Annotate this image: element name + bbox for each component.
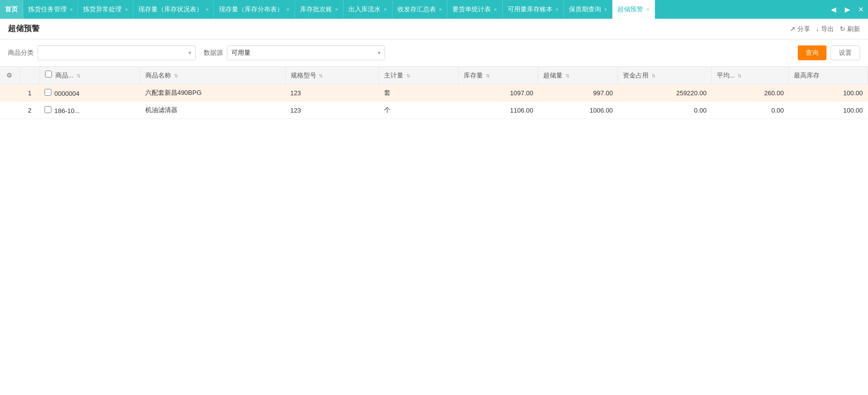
close-icon[interactable]: × — [206, 6, 209, 12]
nav-close-btn[interactable]: ✕ — [854, 0, 868, 19]
th-name[interactable]: 商品名称 ⇅ — [140, 67, 286, 84]
close-icon[interactable]: × — [494, 6, 497, 12]
td-settings-cell — [0, 102, 20, 119]
td-overstock: 1006.00 — [538, 102, 618, 119]
sort-icon: ⇅ — [319, 73, 323, 79]
td-unit: 个 — [379, 102, 459, 119]
close-icon[interactable]: × — [286, 6, 289, 12]
settings-button[interactable]: 设置 — [830, 45, 860, 60]
query-button[interactable]: 查询 — [798, 45, 826, 60]
td-settings-cell — [0, 84, 20, 102]
table-header-row: ⚙ 商品... ⇅ 商品名称 ⇅ 规格型号 ⇅ 主计量 — [0, 67, 868, 84]
td-name: 六配套新昌490BPG — [140, 84, 286, 102]
chevron-down-icon: ▾ — [378, 49, 381, 56]
td-code: 0000004 — [40, 84, 140, 102]
header-actions: ↗ 分享 ↓ 导出 ↻ 刷新 — [790, 25, 861, 34]
close-icon[interactable]: × — [604, 6, 607, 12]
td-max: 100.00 — [789, 102, 868, 119]
th-capital[interactable]: 资金占用 ⇅ — [618, 67, 712, 84]
table-body: 1 0000004 六配套新昌490BPG 123 套 1097.00 997.… — [0, 84, 868, 119]
sort-icon: ⇅ — [77, 73, 81, 79]
td-seq: 1 — [20, 84, 40, 102]
td-overstock: 997.00 — [538, 84, 618, 102]
close-icon[interactable]: × — [70, 6, 73, 12]
td-code: 186-10... — [40, 102, 140, 119]
refresh-icon: ↻ — [840, 25, 845, 33]
close-icon[interactable]: × — [125, 6, 128, 12]
close-icon[interactable]: × — [439, 6, 442, 12]
td-name: 机油滤清器 — [140, 102, 286, 119]
category-select[interactable]: ▾ — [38, 45, 196, 60]
td-spec: 123 — [285, 102, 379, 119]
datasource-select-value: 可用量 — [231, 48, 251, 57]
nav-order-stat[interactable]: 要货单统计表 × — [447, 0, 502, 19]
category-filter: 商品分类 ▾ — [8, 45, 196, 60]
td-capital: 259220.00 — [618, 84, 712, 102]
datasource-select[interactable]: 可用量 ▾ — [227, 45, 385, 60]
share-icon: ↗ — [790, 25, 795, 33]
close-icon[interactable]: × — [646, 6, 649, 12]
td-stock: 1106.00 — [459, 102, 538, 119]
td-unit: 套 — [379, 84, 459, 102]
nav-overstock[interactable]: 超储预警 × — [612, 0, 654, 19]
sort-icon: ⇅ — [565, 73, 569, 79]
nav-summary[interactable]: 收发存汇总表 × — [392, 0, 447, 19]
th-overstock[interactable]: 超储量 ⇅ — [538, 67, 618, 84]
td-capital: 0.00 — [618, 102, 712, 119]
nav-next-btn[interactable]: ▶ — [840, 0, 854, 19]
share-btn[interactable]: ↗ 分享 — [790, 25, 810, 34]
export-icon: ↓ — [816, 25, 820, 33]
refresh-btn[interactable]: ↻ 刷新 — [840, 25, 860, 34]
export-btn[interactable]: ↓ 导出 — [816, 25, 834, 34]
table-container: ⚙ 商品... ⇅ 商品名称 ⇅ 规格型号 ⇅ 主计量 — [0, 66, 868, 119]
sort-icon: ⇅ — [651, 73, 655, 79]
filter-actions: 查询 设置 — [798, 45, 860, 60]
nav-shelf-life[interactable]: 保质期查询 × — [564, 0, 612, 19]
th-seq — [20, 67, 40, 84]
table-row: 2 186-10... 机油滤清器 123 个 1106.00 1006.00 … — [0, 102, 868, 119]
page-title: 超储预警 — [8, 24, 40, 34]
th-max[interactable]: 最高库存 — [789, 67, 868, 84]
nav-inventory-dist[interactable]: 现存量（库存分布表）× — [214, 0, 295, 19]
nav-exception[interactable]: 拣货异常处理 × — [78, 0, 133, 19]
th-settings[interactable]: ⚙ — [0, 67, 20, 84]
th-code[interactable]: 商品... ⇅ — [40, 67, 140, 84]
nav-inventory-status[interactable]: 现存量（库存状况表）× — [133, 0, 214, 19]
data-table: ⚙ 商品... ⇅ 商品名称 ⇅ 规格型号 ⇅ 主计量 — [0, 66, 868, 119]
settings-icon[interactable]: ⚙ — [5, 71, 14, 80]
page-header: 超储预警 ↗ 分享 ↓ 导出 ↻ 刷新 — [0, 19, 868, 40]
td-avg: 0.00 — [711, 102, 788, 119]
datasource-filter: 数据源 可用量 ▾ — [204, 45, 385, 60]
category-label: 商品分类 — [8, 48, 34, 57]
top-nav: 首页 拣货任务管理 × 拣货异常处理 × 现存量（库存状况表）× 现存量（库存分… — [0, 0, 868, 19]
td-max: 100.00 — [789, 84, 868, 102]
row-checkbox[interactable] — [44, 106, 51, 113]
close-icon[interactable]: × — [384, 6, 387, 12]
nav-home[interactable]: 首页 — [0, 0, 23, 19]
nav-prev-btn[interactable]: ◀ — [826, 0, 840, 19]
nav-flow[interactable]: 出入库流水 × — [344, 0, 392, 19]
td-stock: 1097.00 — [459, 84, 538, 102]
filter-bar: 商品分类 ▾ 数据源 可用量 ▾ 查询 设置 — [0, 40, 868, 66]
th-spec[interactable]: 规格型号 ⇅ — [285, 67, 379, 84]
sort-icon: ⇅ — [174, 73, 178, 79]
sort-icon: ⇅ — [486, 73, 490, 79]
nav-batch-account[interactable]: 库存批次账 × — [295, 0, 344, 19]
th-unit[interactable]: 主计量 ⇅ — [379, 67, 459, 84]
close-icon[interactable]: × — [335, 6, 338, 12]
td-spec: 123 — [285, 84, 379, 102]
datasource-label: 数据源 — [204, 48, 223, 57]
nav-arrows: ◀ ▶ ✕ — [826, 0, 868, 19]
nav-task-mgmt[interactable]: 拣货任务管理 × — [23, 0, 78, 19]
th-avg[interactable]: 平均... ⇅ — [711, 67, 788, 84]
row-checkbox[interactable] — [44, 89, 51, 96]
chevron-down-icon: ▾ — [188, 49, 191, 56]
td-seq: 2 — [20, 102, 40, 119]
close-icon[interactable]: × — [556, 6, 559, 12]
th-stock[interactable]: 库存量 ⇅ — [459, 67, 538, 84]
select-all-checkbox[interactable] — [45, 71, 52, 78]
td-avg: 260.00 — [711, 84, 788, 102]
sort-icon: ⇅ — [406, 73, 410, 79]
nav-available[interactable]: 可用量库存账本 × — [503, 0, 564, 19]
sort-icon: ⇅ — [738, 73, 741, 79]
